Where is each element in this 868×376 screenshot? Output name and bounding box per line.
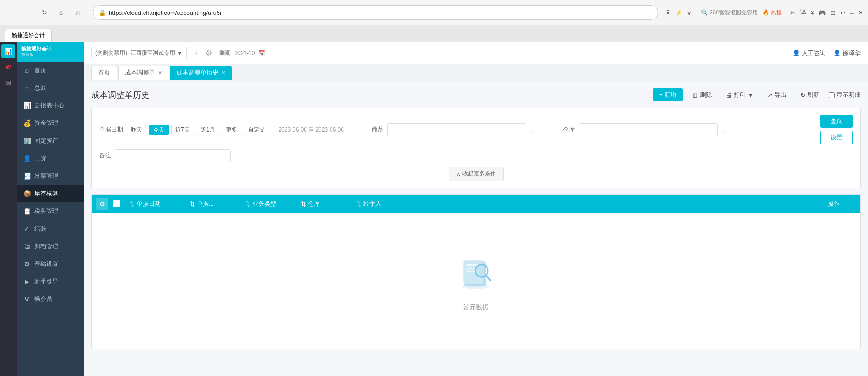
calendar-icon: 📅 <box>258 50 265 56</box>
icon-rail-app[interactable]: 📊 <box>1 44 15 58</box>
back-button[interactable]: ← <box>5 6 18 19</box>
delete-button[interactable]: 🗑 删除 <box>687 88 717 101</box>
salary-icon: 👤 <box>23 155 31 162</box>
add-company-icon[interactable]: + <box>194 49 198 57</box>
scissors-icon[interactable]: ✂ <box>790 9 795 16</box>
th-num[interactable]: ⇅ 单据... <box>185 200 241 208</box>
wallet-icon[interactable]: ¥ <box>811 9 814 16</box>
th-type[interactable]: ⇅ 业务类型 <box>241 200 296 208</box>
th-warehouse-label: 仓库 <box>308 200 320 208</box>
date-btn-custom[interactable]: 自定义 <box>244 125 269 135</box>
table-gear-button[interactable]: ⚙ <box>96 198 108 210</box>
sidebar-item-reports[interactable]: 📊 云报表中心 <box>17 97 84 114</box>
username-btn[interactable]: 👤 徐泽华 <box>833 49 861 57</box>
browser-ext1[interactable]: ⚡ <box>675 9 682 16</box>
filter-remark-input[interactable] <box>115 149 231 162</box>
sidebar-logo: 畅捷通好会计 旗舰版 <box>21 46 52 58</box>
sidebar-item-inventory[interactable]: 📦 库存核算 <box>17 185 84 202</box>
new-button[interactable]: + 新增 <box>653 88 683 101</box>
filter-settings-button[interactable]: 设置 <box>820 131 853 144</box>
grid-icon[interactable]: ⊞ <box>831 9 836 16</box>
user-service-icon: 👤 <box>793 50 800 56</box>
date-btn-7days[interactable]: 近7天 <box>171 125 194 135</box>
funds-icon: 💰 <box>23 119 31 127</box>
sidebar-item-home-label: 首页 <box>34 66 46 75</box>
sidebar-item-archive[interactable]: 🗂 归档管理 <box>17 238 84 255</box>
sidebar-item-guide[interactable]: ▶ 新手引导 <box>17 273 84 290</box>
th-date[interactable]: ⇅ 单据日期 <box>125 200 185 208</box>
app-icon: 📊 <box>5 48 12 55</box>
date-btn-1month[interactable]: 近1月 <box>197 125 219 135</box>
sidebar-item-salary[interactable]: 👤 工资 <box>17 150 84 167</box>
member-icon: V <box>23 296 31 303</box>
user-service-btn[interactable]: 👤 人工咨询 <box>793 49 826 57</box>
sidebar-item-settings[interactable]: ⚙ 基础设置 <box>17 255 84 273</box>
print-dropdown-icon: ▼ <box>748 92 754 99</box>
tab-cost-adjust-history-close[interactable]: ✕ <box>221 69 225 75</box>
export-button[interactable]: ↗ 导出 <box>763 88 791 101</box>
show-detail-checkbox[interactable] <box>829 92 835 98</box>
filter-goods-more[interactable]: ... <box>530 126 535 133</box>
tab-cost-adjust-close[interactable]: ✕ <box>158 70 162 76</box>
more-icon[interactable]: ≡ <box>850 9 854 16</box>
sidebar-item-funds[interactable]: 💰 资金管理 <box>17 114 84 132</box>
th-warehouse[interactable]: ⇅ 仓库 <box>296 200 352 208</box>
home-button[interactable]: ⌂ <box>55 6 68 19</box>
game-icon[interactable]: 🎮 <box>818 9 826 16</box>
empty-text: 暂元数据 <box>463 303 489 312</box>
filter-remark-label: 备注 <box>99 151 111 160</box>
table-select-all[interactable] <box>113 200 120 207</box>
tab-cost-adjust[interactable]: 成本调整单 ✕ <box>118 66 169 80</box>
settings-gear-icon[interactable]: ⚙ <box>206 49 212 57</box>
sort-icon-handler: ⇅ <box>356 201 362 207</box>
filter-goods-input[interactable] <box>387 123 526 136</box>
undo-icon[interactable]: ↩ <box>840 9 845 16</box>
date-btn-today[interactable]: 今天 <box>149 125 169 135</box>
close-browser-icon[interactable]: ✕ <box>858 9 863 16</box>
sidebar-item-archive-label: 归档管理 <box>34 242 58 251</box>
date-btn-more[interactable]: 更多 <box>222 125 241 135</box>
msg-icon: ✉ <box>6 79 11 87</box>
address-bar[interactable]: 🔒 https://cloud.chanjet.com/accounting/u… <box>93 5 658 20</box>
ledger-icon: ≡ <box>23 84 31 92</box>
company-selector[interactable]: (勿删勿禁用）江西服宝测试专用 ▼ <box>91 47 187 59</box>
tab-home[interactable]: 首页 <box>91 66 117 80</box>
sidebar-item-home[interactable]: ⌂ 首页 <box>17 62 84 79</box>
refresh-button[interactable]: ↻ <box>38 6 51 19</box>
refresh-button[interactable]: ↻ 刷新 <box>796 88 824 101</box>
sort-icon-type: ⇅ <box>245 201 250 207</box>
sidebar-item-guide-label: 新手引导 <box>34 277 58 286</box>
sidebar-item-ledger[interactable]: ≡ 总账 <box>17 79 84 97</box>
th-handler[interactable]: ⇅ 经手人 <box>352 200 407 208</box>
star-button[interactable]: ☆ <box>71 6 84 19</box>
icon-rail-msg[interactable]: ✉ <box>1 76 15 90</box>
browser-menu-icon[interactable]: ⠿ <box>666 9 670 16</box>
username-label: 徐泽华 <box>843 49 861 57</box>
delete-label: 删除 <box>700 91 712 99</box>
browser-ext2[interactable]: ∨ <box>687 9 692 16</box>
filter-date-label: 单据日期 <box>99 125 123 134</box>
sort-icon-warehouse: ⇅ <box>301 201 306 207</box>
home-icon: ⌂ <box>23 67 31 74</box>
query-button[interactable]: 查询 <box>820 115 853 128</box>
sidebar-item-tax[interactable]: 📋 税务管理 <box>17 202 84 220</box>
period-label: 账期 <box>219 49 231 57</box>
sidebar-item-invoice[interactable]: 🧾 发票管理 <box>17 167 84 185</box>
forward-button[interactable]: → <box>21 6 34 19</box>
collapse-button[interactable]: ∧ 收起更多条件 <box>449 167 504 181</box>
sidebar-item-fixed-assets[interactable]: 🏢 固定资产 <box>17 132 84 150</box>
filter-goods-item: 商品 ... <box>372 123 535 136</box>
period-selector[interactable]: 账期 2021-10 📅 <box>219 49 265 57</box>
filter-warehouse-input[interactable] <box>579 123 718 136</box>
translate-icon[interactable]: 译 <box>800 8 806 17</box>
content-area: 成本调整单历史 + 新增 🗑 删除 🖨 打印 ▼ ↗ 导出 <box>84 81 868 376</box>
icon-rail-weibo[interactable]: W <box>1 60 15 74</box>
sidebar-item-closing[interactable]: ✓ 结账 <box>17 220 84 238</box>
filter-warehouse-more[interactable]: ... <box>721 126 726 133</box>
settings-icon: ⚙ <box>23 260 31 268</box>
browser-tab[interactable]: 畅捷通好会计 <box>5 29 52 42</box>
date-btn-yesterday[interactable]: 昨天 <box>127 125 146 135</box>
tab-cost-adjust-history[interactable]: 成本调整单历史 ✕ <box>170 66 232 80</box>
sidebar-item-member[interactable]: V 畅会员 <box>17 290 84 308</box>
print-button[interactable]: 🖨 打印 ▼ <box>721 88 758 101</box>
